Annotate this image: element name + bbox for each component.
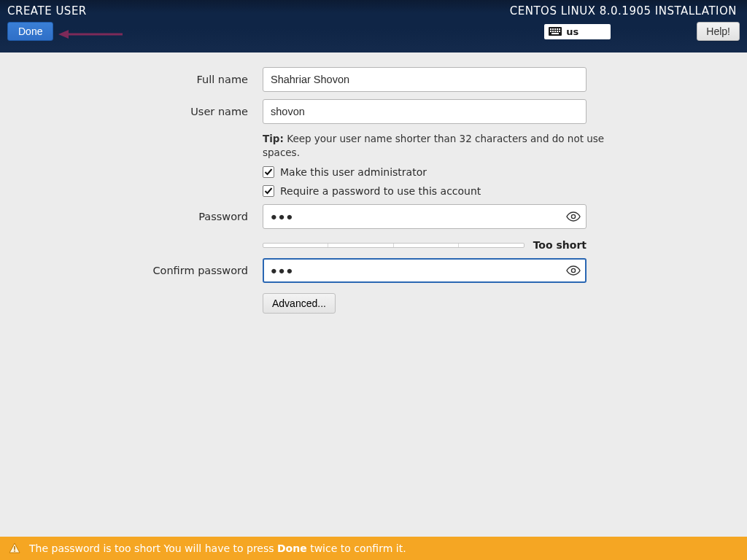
user-name-label: User name: [0, 106, 248, 117]
full-name-input[interactable]: [263, 67, 587, 92]
keyboard-indicator[interactable]: us: [544, 24, 611, 39]
svg-rect-16: [14, 546, 15, 550]
installer-title: CENTOS LINUX 8.0.1905 INSTALLATION: [510, 4, 740, 18]
warning-bar: The password is too short You will have …: [0, 537, 747, 560]
svg-rect-10: [554, 31, 556, 32]
eye-icon: [566, 211, 581, 222]
svg-rect-13: [551, 33, 559, 34]
svg-rect-5: [554, 28, 556, 30]
admin-checkbox-row[interactable]: Make this user administrator: [263, 166, 605, 178]
require-password-checkbox[interactable]: [263, 185, 274, 197]
user-name-input[interactable]: [263, 99, 587, 124]
admin-checkbox[interactable]: [263, 166, 274, 178]
warning-text: The password is too short You will have …: [29, 542, 406, 554]
svg-point-15: [571, 268, 575, 272]
require-password-checkbox-label: Require a password to use this account: [280, 185, 481, 197]
help-button[interactable]: Help!: [697, 22, 740, 41]
username-tip: Tip: Keep your user name shorter than 32…: [263, 133, 604, 158]
reveal-password-button[interactable]: [566, 209, 581, 224]
svg-rect-12: [559, 31, 560, 32]
svg-rect-7: [559, 28, 560, 30]
svg-rect-11: [557, 31, 558, 32]
eye-icon: [566, 265, 581, 276]
svg-point-14: [571, 214, 575, 218]
password-input[interactable]: [263, 204, 587, 229]
page-title: CREATE USER: [7, 4, 87, 18]
check-icon: [264, 168, 273, 176]
password-strength-meter: Too short: [263, 239, 587, 251]
full-name-label: Full name: [0, 74, 248, 85]
svg-rect-6: [557, 28, 558, 30]
svg-rect-9: [552, 31, 554, 32]
svg-rect-3: [550, 28, 551, 30]
keyboard-layout-label: us: [566, 26, 578, 37]
advanced-button[interactable]: Advanced...: [263, 293, 336, 314]
svg-marker-1: [58, 30, 69, 39]
svg-rect-17: [14, 551, 15, 552]
main-content: Full name User name Tip: Keep your user …: [0, 52, 747, 537]
reveal-confirm-password-button[interactable]: [566, 263, 581, 278]
admin-checkbox-label: Make this user administrator: [280, 166, 427, 178]
warning-icon: [9, 542, 20, 554]
password-label: Password: [0, 211, 248, 222]
header-bar: CREATE USER Done CENTOS LINUX 8.0.1905 I…: [0, 0, 747, 52]
confirm-password-label: Confirm password: [0, 265, 248, 276]
password-strength-label: Too short: [533, 239, 587, 251]
svg-rect-8: [550, 31, 551, 32]
done-button[interactable]: Done: [7, 22, 53, 41]
keyboard-icon: [549, 27, 562, 36]
svg-rect-4: [552, 28, 554, 30]
confirm-password-input[interactable]: [263, 258, 587, 283]
annotation-arrow: [58, 29, 124, 39]
check-icon: [264, 187, 273, 195]
require-password-checkbox-row[interactable]: Require a password to use this account: [263, 185, 605, 197]
